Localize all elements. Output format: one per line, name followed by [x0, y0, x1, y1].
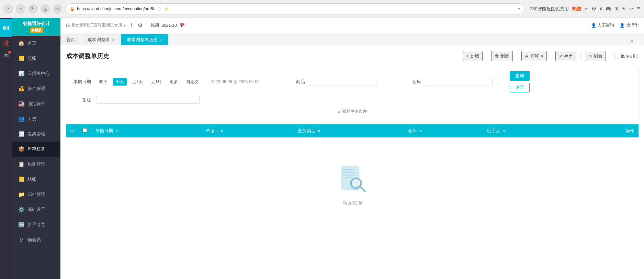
data-table: ⚙ 单据日期 ⇅ 单据... ⇅ — [66, 124, 639, 234]
remark-input[interactable] — [97, 96, 200, 104]
date-btn-custom[interactable]: 自定义 — [183, 78, 201, 86]
tab-home[interactable]: 首页 — [60, 34, 81, 45]
guide-icon: 🆕 — [18, 222, 25, 228]
add-tab-button[interactable]: + — [130, 22, 134, 29]
invoice-icon: 🧾 — [18, 131, 25, 137]
divider-1 — [487, 53, 487, 59]
nav-item-invoice[interactable]: 🧾 发票管理 — [12, 126, 60, 142]
refresh-button[interactable]: ↻ 刷新 — [585, 51, 606, 61]
tab-cost-adjust-history-label: 成本调整单历史 — [127, 37, 158, 43]
date-btn-today[interactable]: 今天 — [113, 78, 127, 86]
product-more-btn[interactable]: ... — [379, 79, 383, 84]
date-btn-more[interactable]: 更多 — [167, 78, 181, 86]
search-tool[interactable]: 360智能抠图免费用 — [530, 6, 569, 12]
th-date[interactable]: 单据日期 ⇅ — [91, 124, 202, 137]
date-btn-1month[interactable]: 近1月 — [148, 78, 165, 86]
tab-cost-adjust[interactable]: 成本调整单 × — [82, 34, 120, 45]
query-button[interactable]: 查询 — [510, 71, 530, 81]
refresh-label: 刷新 — [594, 53, 602, 59]
print-button[interactable]: 🖨 打印 ▾ — [521, 51, 547, 61]
nav-item-ledger[interactable]: 📒 总账 — [12, 51, 60, 66]
settings-gear-button[interactable]: ⚙ — [138, 22, 143, 29]
divider-5 — [610, 53, 610, 59]
warehouse-more-btn[interactable]: ... — [495, 79, 499, 84]
url-dropdown-icon[interactable]: ▾ — [518, 7, 520, 11]
svg-rect-1 — [342, 169, 354, 170]
wallet-tool[interactable]: ¥ — [600, 6, 602, 11]
assets-icon: 🏭 — [18, 101, 25, 107]
tab-cost-adjust-history[interactable]: 成本调整单历史 × — [121, 34, 168, 45]
home-button[interactable]: ⌂ — [41, 4, 50, 14]
th-warehouse[interactable]: 仓库 ⇅ — [404, 124, 483, 137]
nav-item-tax[interactable]: 📋 税务管理 — [12, 157, 60, 172]
nav-item-settle[interactable]: 📒 结账 — [12, 172, 60, 187]
user-button[interactable]: 👤 徐泽华 — [620, 22, 639, 28]
refresh-button[interactable]: ↻ — [28, 4, 38, 14]
empty-state-icon — [335, 165, 370, 196]
th-handler[interactable]: 经手人 ⇅ — [483, 124, 578, 137]
tab-cost-adjust-close[interactable]: × — [112, 37, 114, 42]
close-window-button[interactable]: × — [630, 38, 634, 45]
hot-label[interactable]: 热搜 — [572, 6, 581, 12]
nav-item-settings[interactable]: ⚙️ 基础设置 — [12, 202, 60, 217]
game-tool[interactable]: 🎮 — [606, 6, 611, 11]
back-button[interactable]: ‹ — [3, 4, 13, 14]
menu-tool[interactable]: ☰ — [636, 6, 641, 11]
date-btn-7days[interactable]: 近7天 — [129, 78, 146, 86]
filter-settings-button[interactable]: 设置 — [510, 83, 530, 92]
filter-remark-label: 备注 — [72, 97, 91, 103]
company-selector[interactable]: (勿删勿禁用)江西服宝测试专用 ▾ — [66, 22, 126, 28]
th-settings[interactable]: ⚙ — [66, 124, 78, 137]
nav-item-assets[interactable]: 🏭 固定资产 — [12, 96, 60, 111]
grid-tool[interactable]: ⊞ — [614, 6, 618, 11]
filter-area: 单据日期 昨天 今天 近7天 近1月 更多 自定义 2023-06-06 至 2… — [66, 67, 639, 120]
th-checkbox[interactable] — [78, 124, 91, 137]
nav-item-home[interactable]: 🏠 首页 — [12, 36, 60, 51]
nav-item-funds[interactable]: 💰 资金管理 — [12, 81, 60, 96]
report-icon: 📊 — [18, 70, 25, 77]
filter-date-range-area: 2023-06-06 至 2023-06-06 — [208, 79, 259, 85]
empty-text: 暂无数据 — [343, 200, 362, 206]
bookmark-button[interactable]: ☆ — [53, 4, 63, 14]
tab-cost-adjust-history-close[interactable]: × — [160, 37, 162, 42]
nav-item-label: 畅会员 — [27, 237, 41, 243]
tab-cost-adjust-label: 成本调整单 — [88, 37, 110, 43]
svg-rect-2 — [342, 172, 357, 173]
nav-item-inventory[interactable]: 📦 库存核算 — [12, 142, 60, 157]
calendar-icon[interactable]: 📅 — [180, 23, 185, 28]
delete-button[interactable]: 🗑 删除 — [491, 51, 513, 61]
collapse-button[interactable]: ∧ 收起更多条件 — [72, 107, 633, 116]
th-handler-sort-icon: ⇅ — [503, 129, 506, 133]
nav-item-archive[interactable]: 📁 归档管理 — [12, 187, 60, 202]
nav-item-guide[interactable]: 🆕 新手引导 — [12, 217, 60, 232]
settings-icon: ⚙️ — [18, 207, 25, 213]
forward-button[interactable]: › — [16, 4, 25, 14]
funds-icon: 💰 — [18, 86, 25, 92]
date-btn-yesterday[interactable]: 昨天 — [97, 78, 110, 86]
product-input[interactable] — [308, 78, 376, 86]
export-button[interactable]: ↗ 导出 — [555, 51, 576, 61]
th-type[interactable]: 业务类型 ⇅ — [294, 124, 404, 137]
nav-item-vip[interactable]: V 畅会员 — [12, 232, 60, 247]
scissors-tool[interactable]: ✂ — [585, 6, 588, 11]
undo-tool[interactable]: ↩ — [629, 6, 633, 11]
th-number-sort-icon: ⇅ — [221, 129, 223, 133]
new-button[interactable]: + 新增 — [463, 51, 483, 61]
nav-item-salary[interactable]: 👥 工资 — [12, 111, 60, 126]
icon-sidebar-msg[interactable]: ✉ — [0, 49, 12, 62]
nav-item-label: 总账 — [27, 55, 36, 62]
select-all-checkbox[interactable] — [82, 128, 87, 133]
display-checkbox[interactable] — [614, 54, 619, 58]
empty-row: 暂无数据 — [66, 137, 639, 234]
nav-item-label: 首页 — [27, 40, 36, 46]
translate-tool[interactable]: 译 — [592, 6, 596, 12]
nav-item-report[interactable]: 📊 云报表中心 — [12, 66, 60, 81]
home-icon: 🏠 — [18, 40, 25, 46]
url-bar[interactable]: 🔒 https://cloud.chanjet.com/accounting/u… — [65, 3, 524, 14]
icon-sidebar-weibo[interactable]: 微 — [0, 37, 12, 49]
period-info: 账期 2021-10 📅 — [151, 22, 185, 28]
warehouse-input[interactable] — [424, 78, 493, 86]
consult-button[interactable]: 👤 人工咨询 — [591, 22, 614, 28]
brightness-tool[interactable]: ☀ — [622, 6, 626, 11]
th-number[interactable]: 单据... ⇅ — [202, 124, 294, 137]
